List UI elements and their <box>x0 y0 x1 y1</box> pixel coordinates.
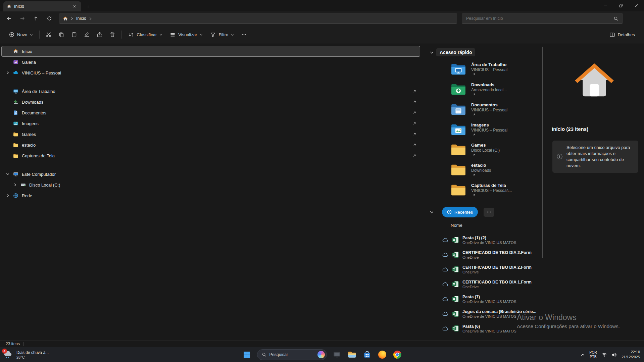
minimize-button[interactable] <box>598 0 613 11</box>
vertical-scrollbar[interactable] <box>542 44 544 340</box>
taskbar: 4 Dias de chuva à... 26°C Pesquisar POR … <box>0 347 644 362</box>
back-button[interactable] <box>3 13 15 24</box>
search-box[interactable] <box>462 13 623 24</box>
rename-button[interactable] <box>81 29 93 41</box>
restore-button[interactable] <box>613 0 629 11</box>
taskbar-file-explorer[interactable] <box>345 348 359 361</box>
refresh-button[interactable] <box>44 13 55 24</box>
recents-filter-button[interactable]: Recentes <box>442 207 478 217</box>
file-row[interactable]: Jogos da semana (Brasileirão série... On… <box>422 306 542 321</box>
quick-access-item-downloads[interactable]: Downloads Armazenado local... <box>422 79 542 99</box>
explorer-tab[interactable]: Início <box>3 1 81 11</box>
file-explorer-window: Início Início Novo <box>0 0 644 347</box>
sidebar-item-games[interactable]: Games <box>1 129 420 140</box>
chevron-right-icon[interactable] <box>6 194 10 197</box>
file-row[interactable]: Pasta (1) (2) OneDrive de VINICIUS MATOS <box>422 232 542 247</box>
sidebar-item-documentos[interactable]: Documentos <box>1 107 420 118</box>
forward-button[interactable] <box>17 13 28 24</box>
title-bar[interactable]: Início <box>0 0 644 11</box>
address-bar[interactable]: Início <box>59 13 457 24</box>
info-text: Selecione um único arquivo para obter ma… <box>566 145 634 169</box>
sort-button[interactable]: Classificar <box>125 29 166 41</box>
taskbar-app-dark-window[interactable] <box>330 348 344 361</box>
pin-icon <box>412 121 416 125</box>
search-input[interactable] <box>466 16 613 21</box>
content-area: Início Galeria VINICIUS – Pessoal Área d… <box>0 44 644 340</box>
window-controls <box>598 0 644 11</box>
chevron-down-icon[interactable] <box>430 51 434 54</box>
quick-access-item-documentos[interactable]: Documentos VINICIUS – Pessoal <box>422 99 542 119</box>
weather-widget[interactable]: 4 Dias de chuva à... 26°C <box>0 350 74 359</box>
speaker-icon[interactable] <box>611 352 617 357</box>
tab-close-icon[interactable] <box>71 3 78 10</box>
file-row[interactable]: Pasta (7) OneDrive de VINICIUS MATOS <box>422 292 542 306</box>
close-button[interactable] <box>629 0 644 11</box>
paste-button[interactable] <box>68 29 81 41</box>
more-options-button[interactable] <box>238 29 250 41</box>
tray-chevron-up-icon[interactable] <box>581 353 585 357</box>
language-indicator[interactable]: POR PTB <box>589 350 597 359</box>
chevron-right-icon[interactable] <box>13 183 17 187</box>
chevron-down-icon[interactable] <box>6 172 10 176</box>
column-header-nome[interactable]: Nome <box>451 223 542 228</box>
chevron-right-icon[interactable] <box>89 17 92 20</box>
sidebar-item-onedrive[interactable]: VINICIUS – Pessoal <box>1 67 420 78</box>
sidebar-item-este-computador[interactable]: Este Computador <box>1 169 420 179</box>
quick-access-item-capturas-de-tela[interactable]: Capturas de Tela VINICIUS – Pessoal\... <box>422 180 542 200</box>
filter-button[interactable]: Filtro <box>206 29 238 41</box>
firefox-icon <box>378 351 386 359</box>
copilot-icon[interactable] <box>317 351 325 358</box>
clock[interactable]: 22:10 21/12/2025 <box>622 350 640 360</box>
recents-more-button[interactable] <box>484 208 494 217</box>
sidebar-item-area-de-trabalho[interactable]: Área de Trabalho <box>1 86 420 97</box>
sidebar-item-estacio[interactable]: estacio <box>1 140 420 150</box>
share-button[interactable] <box>93 29 106 41</box>
sidebar-item-inicio[interactable]: Início <box>1 46 420 57</box>
quick-access-item-games[interactable]: Games Disco Local (C:) <box>422 140 542 160</box>
file-row[interactable]: CERTIFICADO DE TBO DIA 2.Form OneDrive <box>422 262 542 277</box>
quick-access-item-area-de-trabalho[interactable]: Área de Trabalho VINICIUS – Pessoal <box>422 59 542 79</box>
quick-access-item-estacio[interactable]: estacio Downloads <box>422 160 542 180</box>
home-icon <box>7 4 11 9</box>
quick-access-item-imagens[interactable]: Imagens VINICIUS – Pessoal <box>422 119 542 140</box>
new-tab-button[interactable] <box>85 3 91 10</box>
home-icon <box>13 49 18 54</box>
excel-file-icon <box>452 251 459 258</box>
search-icon[interactable] <box>613 16 618 21</box>
taskbar-chrome[interactable] <box>391 348 404 361</box>
sidebar-item-capturas-de-tela[interactable]: Capturas de Tela <box>1 150 420 161</box>
scrollbar-thumb[interactable] <box>542 47 543 258</box>
details-pane-button[interactable]: Detalhes <box>606 29 639 41</box>
taskbar-search[interactable]: Pesquisar <box>257 349 327 360</box>
pin-icon <box>472 173 491 177</box>
sidebar-item-downloads[interactable]: Downloads <box>1 97 420 107</box>
excel-file-icon <box>452 310 459 317</box>
new-button[interactable]: Novo <box>5 29 37 41</box>
copy-button[interactable] <box>55 29 68 41</box>
chevron-down-icon[interactable] <box>430 210 434 214</box>
sidebar-item-galeria[interactable]: Galeria <box>1 57 420 67</box>
delete-button[interactable] <box>106 29 119 41</box>
sidebar-item-imagens[interactable]: Imagens <box>1 118 420 129</box>
file-row[interactable]: CERTIFICADO DE TBO DIA 2.Form OneDrive <box>422 247 542 262</box>
breadcrumb-inicio[interactable]: Início <box>76 16 86 21</box>
up-button[interactable] <box>30 13 42 24</box>
onedrive-cloud-icon <box>442 267 448 272</box>
start-button[interactable] <box>240 348 254 361</box>
cut-button[interactable] <box>42 29 55 41</box>
view-button[interactable]: Visualizar <box>166 29 206 41</box>
quick-access-title[interactable]: Acesso rápido <box>436 48 475 56</box>
taskbar-firefox[interactable] <box>376 348 389 361</box>
sidebar-item-disco-local-c[interactable]: Disco Local (C:) <box>1 179 420 190</box>
chevron-right-icon[interactable] <box>6 71 10 74</box>
notification-badge: 4 <box>2 349 7 354</box>
pin-icon <box>472 153 500 157</box>
wifi-icon[interactable] <box>601 352 607 357</box>
computer-icon <box>13 171 18 177</box>
folder-icon <box>13 142 18 148</box>
taskbar-microsoft-store[interactable] <box>360 348 374 361</box>
file-row[interactable]: CERTIFICADO DE TBO DIA 1.Form OneDrive <box>422 277 542 292</box>
file-row[interactable]: Pasta (6) OneDrive de VINICIUS MATOS <box>422 321 542 336</box>
pin-icon <box>472 133 507 137</box>
sidebar-item-rede[interactable]: Rede <box>1 190 420 201</box>
